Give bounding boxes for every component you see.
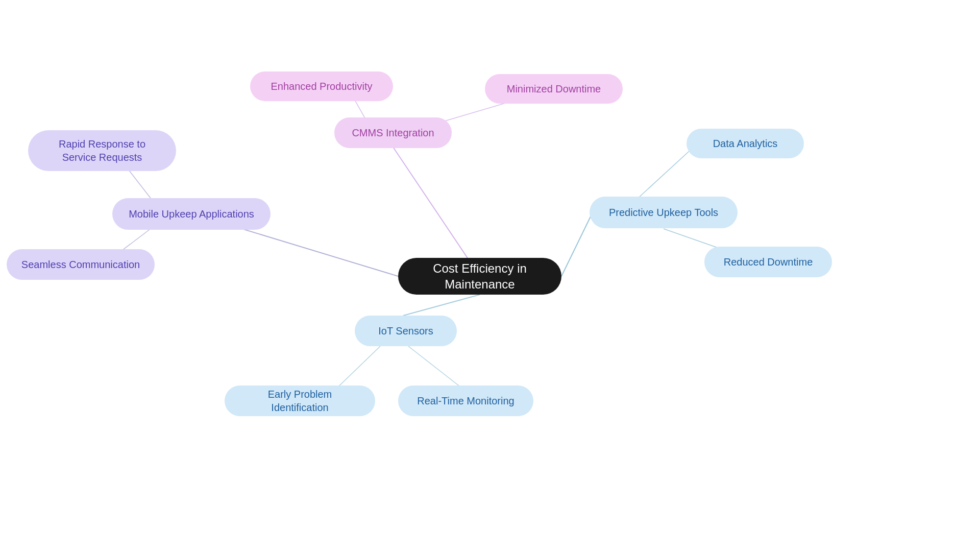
mobile-upkeep-node: Mobile Upkeep Applications bbox=[112, 198, 271, 230]
svg-line-9 bbox=[561, 213, 592, 276]
data-analytics-node: Data Analytics bbox=[687, 129, 804, 158]
svg-line-6 bbox=[403, 295, 480, 316]
iot-sensors-node: IoT Sensors bbox=[355, 316, 457, 346]
svg-line-10 bbox=[638, 147, 694, 198]
svg-line-8 bbox=[408, 346, 462, 388]
realtime-monitoring-node: Real-Time Monitoring bbox=[398, 386, 533, 416]
svg-line-7 bbox=[337, 346, 380, 388]
enhanced-productivity-node: Enhanced Productivity bbox=[250, 71, 393, 101]
rapid-response-node: Rapid Response to Service Requests bbox=[28, 130, 176, 171]
predictive-upkeep-node: Predictive Upkeep Tools bbox=[590, 197, 738, 228]
minimized-downtime-node: Minimized Downtime bbox=[485, 74, 623, 104]
svg-line-0 bbox=[393, 147, 480, 276]
svg-line-4 bbox=[128, 169, 151, 198]
seamless-communication-node: Seamless Communication bbox=[7, 249, 155, 280]
early-problem-node: Early Problem Identification bbox=[225, 386, 375, 416]
reduced-downtime-node: Reduced Downtime bbox=[704, 247, 832, 277]
cmms-node: CMMS Integration bbox=[334, 117, 452, 148]
center-node: Cost Efficiency in Maintenance bbox=[398, 258, 561, 295]
